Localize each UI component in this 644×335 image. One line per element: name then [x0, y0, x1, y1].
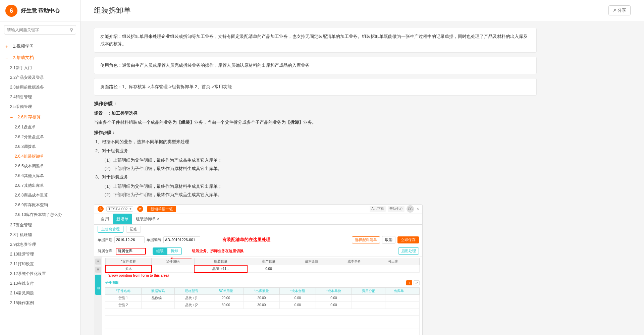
sw-lower-r2-spec: 品代 +(2: [175, 301, 208, 309]
sw-ui: 6 TEST-H002 ▼ ⟳ 新增单据一笔 App下载 帮助中心 CC ×: [94, 205, 422, 335]
step1: 1、根据不同的业务，选择不同单据的类型来处理: [94, 138, 537, 146]
table-row: [105, 329, 420, 335]
scene1-heading: 场景一：加工类型选择: [94, 110, 537, 116]
sw-date-input[interactable]: [114, 236, 145, 243]
sidebar-item-212[interactable]: 2.12系统个性化设置: [10, 269, 80, 279]
sw-main-info-btn[interactable]: 主信息管理: [98, 226, 123, 233]
sw-save-btn[interactable]: 立即保存: [397, 236, 419, 243]
sidebar-item-261[interactable]: 2.6.1盘点单: [15, 122, 80, 132]
sidebar-item-21[interactable]: 2.1新手入门: [10, 63, 80, 73]
sw-upper-col-available: 可出库: [376, 258, 410, 265]
search-area: ⚲: [0, 22, 80, 38]
search-box[interactable]: ⚲: [4, 25, 76, 35]
table-row: [105, 322, 420, 329]
sw-disassemble-tab[interactable]: 拆卸: [167, 248, 181, 255]
sidebar-item-267[interactable]: 2.6.7其他出库单: [15, 181, 80, 190]
sw-side-tab: 组: [95, 275, 101, 295]
sw-lower-r1-fee: [352, 294, 385, 301]
sidebar-item-266[interactable]: 2.6.6其他入库单: [15, 171, 80, 181]
sw-lower-r1-order: [385, 294, 412, 301]
sw-upper-row1-action: [410, 265, 420, 273]
sw-avatar: CC: [407, 205, 414, 213]
sub-26-list: 2.6.1盘点单 2.6.2分量盘点单 2.6.3调拨单 2.6.4组装拆卸单 …: [10, 122, 80, 220]
sw-num-input[interactable]: [163, 236, 200, 243]
content-area: 功能介绍：组装拆卸单用来处理企业组装或拆卸等加工业务，支持有固定装配清单的产品加…: [80, 21, 550, 335]
sw-lower-col-bom: BOM用量: [208, 287, 244, 294]
table-row: 关木 品/数 +11... 0.00: [105, 265, 420, 273]
sw-new-record-button[interactable]: 新增单据一笔: [147, 206, 176, 212]
sw-tab-home[interactable]: 自用: [98, 214, 112, 224]
sidebar-item-25[interactable]: 2.5采购管理: [10, 102, 80, 112]
path-block: 页面路径：1、库存核算->库存管理->组装拆卸单 2、首页->常用功能: [94, 78, 537, 96]
sw-close-icon[interactable]: ×: [417, 207, 419, 211]
sidebar-item-268[interactable]: 2.6.8商品成本重算: [15, 190, 80, 200]
sidebar-item-269[interactable]: 2.6.9库存账本查询: [15, 200, 80, 210]
sw-assemble-tab[interactable]: 组装: [153, 248, 167, 255]
page-title: 组装拆卸单: [94, 5, 131, 15]
sidebar-item-264[interactable]: 2.6.4组装拆卸单: [15, 152, 80, 161]
sidebar-item-214[interactable]: 2.14常见问题: [10, 288, 80, 298]
sw-lower-r2-unit: 0.00: [316, 301, 352, 309]
table-row: [105, 309, 420, 315]
share-button[interactable]: ↗ 分享: [608, 5, 631, 15]
sidebar-item-211[interactable]: 2.11打印设置: [10, 259, 80, 269]
sidebar-item-263[interactable]: 2.6.3调拨单: [15, 142, 80, 152]
sw-warehouse-input[interactable]: [116, 248, 146, 255]
main-content: 组装拆卸单 ↗ 分享 功能介绍：组装拆卸单用来处理企业组装或拆卸等加工业务，支持…: [80, 0, 644, 335]
sw-tab-new[interactable]: 新增单: [113, 214, 132, 224]
sw-side-icons: ≡ ⊞ 组: [94, 257, 102, 335]
role-text: 使用角色：通常由生产人员或库管人员完成拆装业务的操作，库管人员确认原材料的出库和…: [100, 63, 310, 68]
plus-icon: +: [5, 44, 10, 49]
sw-lower-col-name: *子件名称: [105, 287, 142, 294]
sw-add-row-btn[interactable]: +: [406, 280, 412, 285]
sidebar-item-213[interactable]: 2.13在线支付: [10, 279, 80, 288]
search-icon[interactable]: ⚲: [70, 27, 73, 33]
sw-lower-r2-code: [141, 301, 175, 309]
sw-lower-col-unit: *成本单价: [316, 287, 352, 294]
sw-select-bom-button[interactable]: 选择配料清单: [352, 236, 380, 243]
sidebar-item-2610[interactable]: 2.6.10库存账本错了怎么办: [15, 210, 80, 220]
sidebar-item-label: 1.视频学习: [13, 43, 34, 49]
sw-app-icon: App下载: [370, 206, 386, 212]
table-row: 货品 2 品代 +(2 30.00 30.00 0.00 0.00: [105, 301, 420, 309]
step3-sub2: （2）下部明细为子件明细，最终作为产成品生成其它入库单。: [94, 191, 537, 199]
sw-type-row: 所属仓库 组装 拆卸 组装业务、拆卸业务在这里切换 启用处理: [94, 246, 422, 257]
sw-company-name: TEST-H002: [108, 207, 127, 211]
sw-tables-wrapper: *父件名称 父件编码 组装数量 生产数量 成本金额 成本单价 可出库: [102, 257, 422, 335]
minus-icon-26: −: [10, 115, 15, 119]
sidebar-item-265[interactable]: 2.6.5成本调整单: [15, 161, 80, 171]
share-label: 分享: [618, 7, 626, 13]
sw-help-icon: 帮助中心: [388, 206, 405, 212]
sw-lower-r1-spec: 品代 +(1: [175, 294, 208, 301]
sw-processing-btn[interactable]: 启用处理: [398, 247, 419, 255]
sw-lower-col-code: 数据编码: [141, 287, 175, 294]
sidebar-item-23[interactable]: 2.3使用前数据准备: [10, 82, 80, 92]
sw-lower-r2-name: 货品 2: [105, 301, 142, 309]
minus-icon: −: [5, 55, 10, 60]
sw-account-btn[interactable]: 记账: [126, 226, 141, 233]
search-input[interactable]: [7, 27, 70, 32]
sidebar-item-28[interactable]: 2.8手机旺铺: [10, 230, 80, 240]
sidebar-item-videos[interactable]: + 1.视频学习: [0, 41, 80, 52]
sidebar-item-29[interactable]: 2.9优惠券管理: [10, 240, 80, 249]
sw-lower-col-op: [412, 287, 420, 294]
sw-lower-r2-bom: 30.00: [208, 301, 244, 309]
sw-form-row: 单据日期 单据编号 有装配清单的在这里处理 选择配料清单 取消 立即保存: [94, 234, 422, 246]
sidebar-item-262[interactable]: 2.6.2分量盘点单: [15, 132, 80, 142]
sw-upper-row1-unit-cost: [333, 265, 376, 273]
sidebar-item-26[interactable]: − 2.6库存核算: [10, 112, 80, 122]
steps-sub-heading: 操作步骤：: [94, 130, 537, 136]
sw-tab-assembly[interactable]: 组装拆卸单 ×: [132, 214, 163, 224]
sw-lower-col-cost: *成本金额: [280, 287, 316, 294]
nav-list: + 1.视频学习 − 2.帮助文档 2.1新手入门 2.2产品安装及登录 2.3…: [0, 38, 80, 335]
sidebar-item-27[interactable]: 2.7资金管理: [10, 220, 80, 230]
sidebar-item-docs[interactable]: − 2.帮助文档: [0, 52, 80, 63]
sw-cancel-btn[interactable]: 取消: [382, 236, 395, 244]
sw-upper-row1-cost: [290, 265, 333, 273]
sw-expand-icon[interactable]: ⤢: [414, 280, 420, 285]
sidebar-item-210[interactable]: 2.10经营管理: [10, 249, 80, 259]
sidebar-item-22[interactable]: 2.2产品安装及登录: [10, 73, 80, 82]
sidebar-item-24[interactable]: 2.4销售管理: [10, 92, 80, 102]
sidebar-item-215[interactable]: 2.15操作案例: [10, 298, 80, 308]
sw-lower-header-row: 子件明细 + ⤢: [105, 280, 420, 285]
